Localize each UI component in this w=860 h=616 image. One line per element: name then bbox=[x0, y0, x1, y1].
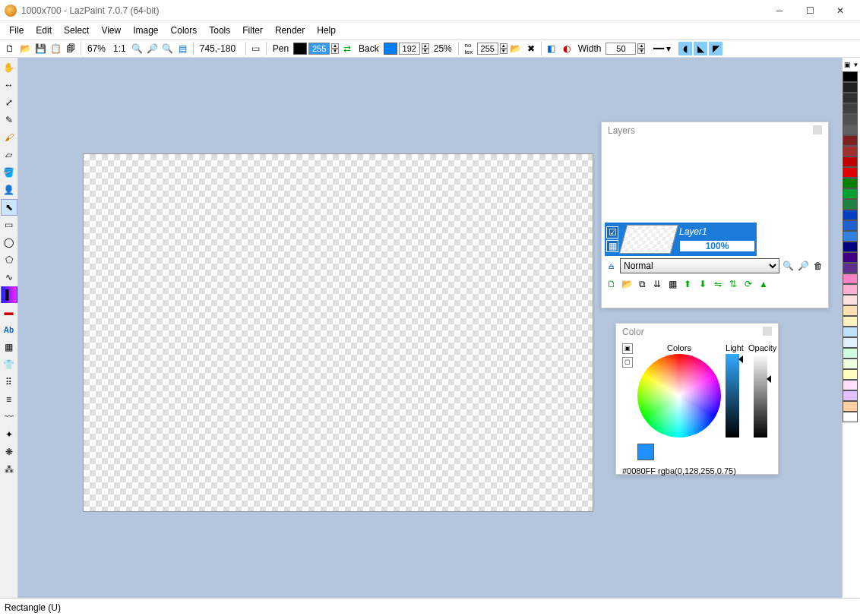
pen-alpha-spinner[interactable]: ▲▼ bbox=[331, 43, 339, 54]
tool-pointer[interactable]: ⬉ bbox=[1, 199, 17, 216]
current-color-swatch[interactable] bbox=[637, 444, 654, 460]
no-texture-icon[interactable]: notex bbox=[462, 42, 476, 55]
swap-colors-icon[interactable]: ⇄ bbox=[340, 42, 354, 55]
layer-merge-icon[interactable]: ⇊ bbox=[650, 277, 664, 291]
zoom-ratio[interactable]: 1:1 bbox=[110, 43, 129, 54]
canvas[interactable] bbox=[83, 153, 593, 512]
layer-fx-icon[interactable]: ▲ bbox=[757, 277, 770, 291]
join-miter-icon[interactable]: ◤ bbox=[709, 42, 722, 55]
palette-swatch[interactable] bbox=[843, 263, 858, 273]
palette-swatch[interactable] bbox=[843, 125, 858, 135]
layer-rotate-icon[interactable]: ⟳ bbox=[741, 277, 755, 291]
shape-mode2-icon[interactable]: ◐ bbox=[560, 42, 574, 55]
panel-grip-icon[interactable] bbox=[813, 125, 822, 134]
tool-brush[interactable]: 🖌 bbox=[1, 129, 17, 146]
palette-swatch[interactable] bbox=[843, 82, 858, 93]
grid-icon[interactable]: ▤ bbox=[176, 42, 190, 55]
tool-pen[interactable]: ✎ bbox=[1, 112, 17, 128]
palette-swatch[interactable] bbox=[843, 401, 858, 412]
tool-text[interactable]: Ab bbox=[1, 321, 17, 338]
palette-swatch[interactable] bbox=[843, 327, 858, 337]
save-icon[interactable]: 💾 bbox=[33, 42, 47, 55]
layer-down-icon[interactable]: ⬇ bbox=[696, 277, 710, 291]
menu-image[interactable]: Image bbox=[127, 23, 164, 38]
tool-rect-sel[interactable]: ▭ bbox=[1, 216, 17, 233]
palette-swatch[interactable] bbox=[843, 242, 858, 252]
layer-opacity[interactable]: 100% bbox=[679, 240, 755, 252]
tool-gradient[interactable]: ▌ bbox=[1, 286, 17, 303]
layer-row[interactable]: ☑ ▦ Layer1 100% bbox=[605, 223, 757, 256]
line-style-icon[interactable]: ━━ ▾ bbox=[647, 42, 677, 55]
join-bevel-icon[interactable]: ◣ bbox=[694, 42, 707, 55]
palette-swatch[interactable] bbox=[843, 305, 858, 316]
light-handle-icon[interactable] bbox=[738, 355, 743, 363]
menu-edit[interactable]: Edit bbox=[30, 23, 58, 38]
color-add-icon[interactable]: ▣ bbox=[622, 343, 633, 354]
close-button[interactable]: ✕ bbox=[825, 2, 855, 20]
menu-help[interactable]: Help bbox=[311, 23, 342, 38]
palette-swatch[interactable] bbox=[843, 412, 858, 422]
palette-swatch[interactable] bbox=[843, 380, 858, 390]
tool-person[interactable]: 👕 bbox=[1, 356, 17, 373]
palette-swatch[interactable] bbox=[843, 199, 858, 210]
menu-colors[interactable]: Colors bbox=[165, 23, 204, 38]
zoom-out-icon[interactable]: 🔎 bbox=[146, 42, 160, 55]
palette-swatch[interactable] bbox=[843, 156, 858, 167]
palette-swatch[interactable] bbox=[843, 71, 858, 82]
palette-swatch[interactable] bbox=[843, 295, 858, 305]
tool-polygon[interactable]: ⬠ bbox=[1, 251, 17, 268]
tool-picker[interactable]: ⤢ bbox=[1, 94, 17, 111]
layer-up-icon[interactable]: ⬆ bbox=[681, 277, 694, 291]
color-remove-icon[interactable]: ▢ bbox=[622, 357, 633, 368]
color-wheel[interactable] bbox=[637, 354, 721, 438]
menu-file[interactable]: File bbox=[3, 23, 30, 38]
palette-swatch[interactable] bbox=[843, 231, 858, 242]
layer-zoom-out-icon[interactable]: 🔍 bbox=[781, 259, 795, 273]
layer-open-icon[interactable]: 📂 bbox=[620, 277, 634, 291]
palette-swatch[interactable] bbox=[843, 93, 858, 103]
menu-tools[interactable]: Tools bbox=[203, 23, 236, 38]
panel-grip-icon[interactable] bbox=[763, 327, 772, 336]
palette-swatch[interactable] bbox=[843, 135, 858, 146]
shape-mode1-icon[interactable]: ◧ bbox=[545, 42, 558, 55]
tool-fill[interactable]: 🪣 bbox=[1, 164, 17, 181]
paste-icon[interactable]: 📋 bbox=[49, 42, 62, 55]
join-round-icon[interactable]: ◖ bbox=[678, 42, 692, 55]
back-alpha-input[interactable] bbox=[399, 43, 420, 55]
palette-swatch[interactable] bbox=[843, 284, 858, 295]
texture-alpha-spinner[interactable]: ▲▼ bbox=[500, 43, 507, 54]
minimize-button[interactable]: ─ bbox=[764, 2, 795, 20]
opacity-handle-icon[interactable] bbox=[767, 375, 771, 383]
layer-fliph-icon[interactable]: ⇋ bbox=[711, 277, 725, 291]
palette-swatch[interactable] bbox=[843, 337, 858, 348]
menu-render[interactable]: Render bbox=[269, 23, 311, 38]
texture-clear-icon[interactable]: ✖ bbox=[524, 42, 538, 55]
palette-swatch[interactable] bbox=[843, 210, 858, 220]
palette-swatch[interactable] bbox=[843, 220, 858, 231]
palette-dropdown-icon[interactable]: ▼ bbox=[853, 62, 859, 68]
tool-fx2[interactable]: ⁂ bbox=[1, 461, 17, 478]
maximize-button[interactable]: ☐ bbox=[795, 2, 825, 20]
opacity-slider[interactable] bbox=[754, 354, 767, 438]
palette-swatch[interactable] bbox=[843, 188, 858, 199]
back-alpha-spinner[interactable]: ▲▼ bbox=[422, 43, 429, 54]
tool-effects[interactable]: ✦ bbox=[1, 426, 17, 443]
width-input[interactable] bbox=[605, 43, 636, 55]
layer-lock-checkbox[interactable]: ▦ bbox=[606, 240, 618, 252]
tool-ellipse-sel[interactable]: ◯ bbox=[1, 234, 17, 251]
layer-dup-icon[interactable]: ⧉ bbox=[635, 277, 649, 291]
layer-flipv-icon[interactable]: ⇅ bbox=[726, 277, 740, 291]
width-spinner[interactable]: ▲▼ bbox=[637, 43, 645, 54]
back-color-swatch[interactable] bbox=[384, 43, 397, 55]
menu-select[interactable]: Select bbox=[58, 23, 95, 38]
tool-lines[interactable]: ≡ bbox=[1, 391, 17, 408]
tool-hand[interactable]: ✋ bbox=[1, 59, 17, 76]
palette-swatch[interactable] bbox=[843, 390, 858, 401]
layer-thumbnail[interactable] bbox=[619, 225, 678, 254]
palette-swatch[interactable] bbox=[843, 167, 858, 178]
tool-fx1[interactable]: ❋ bbox=[1, 444, 17, 460]
palette-swatch[interactable] bbox=[843, 178, 858, 188]
palette-swatch[interactable] bbox=[843, 316, 858, 327]
zoom-value[interactable]: 67% bbox=[84, 43, 109, 54]
tool-clone[interactable]: 👤 bbox=[1, 182, 17, 198]
